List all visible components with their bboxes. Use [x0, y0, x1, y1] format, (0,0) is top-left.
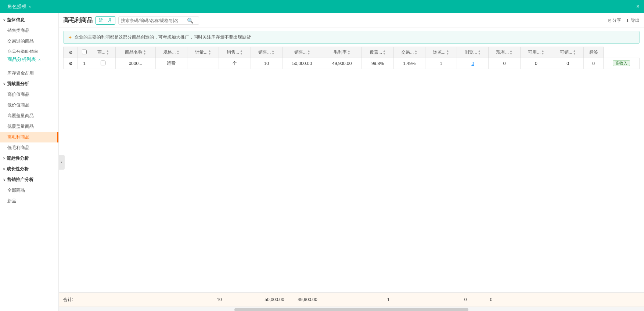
- tab-close-icon[interactable]: ×: [29, 44, 31, 48]
- sidebar-item-低价值商品[interactable]: 低价值商品: [0, 100, 58, 111]
- sort-arrows-icon: ▲▼: [348, 50, 350, 55]
- col-header-checkbox: [78, 47, 91, 58]
- table-body: ⚙10000...运费个1050,000.0049,900.0099.8%1.4…: [64, 58, 640, 69]
- window-close-button[interactable]: ×: [636, 3, 640, 10]
- col-sort-current_stock: 现有...▲▼: [496, 49, 512, 55]
- col-header-spec[interactable]: 规格...▲▼: [155, 47, 187, 58]
- section-label: 成长性分析: [7, 166, 29, 172]
- sidebar-item-低覆盖量商品[interactable]: 低覆盖量商品: [0, 121, 58, 132]
- col-header-gross_margin[interactable]: 毛利率▲▼: [322, 47, 362, 58]
- expand-arrow-icon: >: [3, 167, 5, 171]
- col-header-coverage[interactable]: 覆盖...▲▼: [362, 47, 393, 58]
- date-filter-button[interactable]: 近一月: [96, 16, 115, 25]
- cell-transactions: 1: [425, 58, 457, 69]
- footer-total: 合计: 1050,000.0049,900.00100: [59, 292, 644, 307]
- col-sort-unit: 计量...▲▼: [195, 49, 211, 55]
- cell-browse1[interactable]: 0: [457, 58, 489, 69]
- content-header: 高毛利商品 近一月 🔍 ⎘ 分享 ⬇ 导出: [59, 13, 644, 28]
- sidebar-item-高覆盖量商品[interactable]: 高覆盖量商品: [0, 111, 58, 121]
- tab-close-icon[interactable]: ×: [29, 4, 31, 9]
- cell-unit: 个: [219, 58, 251, 69]
- col-header-browse1[interactable]: 浏览...▲▼: [425, 47, 457, 58]
- info-icon: ✦: [68, 35, 72, 40]
- nav-tab-商品分析列表[interactable]: 商品分析列表×: [3, 53, 45, 66]
- sort-arrows-icon: ▲▼: [478, 50, 481, 55]
- col-header-unit[interactable]: 计量...▲▼: [187, 47, 219, 58]
- nav-tab-产成品入库单[interactable]: 产成品入库单×: [3, 13, 45, 26]
- col-header-saleable[interactable]: 可销...▲▼: [552, 47, 583, 58]
- tab-close-icon[interactable]: ×: [38, 57, 40, 62]
- footer-cell-9: [324, 297, 350, 302]
- sidebar-item-新品[interactable]: 新品: [0, 196, 58, 206]
- tab-close-icon[interactable]: ×: [38, 31, 40, 35]
- expand-arrow-icon: ∨: [3, 178, 6, 182]
- col-header-sales_qty[interactable]: 销售...▲▼: [219, 47, 251, 58]
- col-header-available[interactable]: 可用...▲▼: [520, 47, 552, 58]
- sort-arrows-icon: ▲▼: [143, 50, 146, 55]
- col-header-name[interactable]: 商品名称▲▼: [115, 47, 155, 58]
- bottom-scrollbar[interactable]: [59, 307, 644, 311]
- export-button[interactable]: ⬇ 导出: [626, 17, 640, 23]
- search-icon[interactable]: 🔍: [187, 18, 193, 23]
- footer-cell-10: [350, 297, 375, 302]
- sidebar-item-高毛利商品[interactable]: 高毛利商品: [0, 132, 58, 142]
- nav-tab-角色授权[interactable]: 角色授权×: [3, 0, 45, 13]
- sidebar-section-流趋性分析[interactable]: >流趋性分析: [0, 153, 58, 164]
- cell-available: 0: [552, 58, 583, 69]
- cell-checkbox[interactable]: [91, 58, 115, 69]
- col-sort-sales_cost: 销售...▲▼: [294, 49, 310, 55]
- select-all-checkbox[interactable]: [82, 50, 87, 54]
- col-header-browse2[interactable]: 浏览...▲▼: [457, 47, 489, 58]
- col-header-sales_amount[interactable]: 销售...▲▼: [251, 47, 282, 58]
- sidebar-item-高价值商品[interactable]: 高价值商品: [0, 89, 58, 100]
- cell-name: 运费: [155, 58, 187, 69]
- col-header-current_stock[interactable]: 现有...▲▼: [489, 47, 520, 58]
- footer-cell-2: [126, 297, 148, 302]
- sidebar-item-低毛利商品[interactable]: 低毛利商品: [0, 142, 58, 153]
- scrollbar-thumb[interactable]: [234, 308, 468, 311]
- col-sort-gross_margin: 毛利率▲▼: [334, 49, 350, 55]
- search-input[interactable]: [121, 18, 187, 23]
- cell-tag: 高收入: [604, 58, 640, 69]
- col-sort-code: 商...▲▼: [97, 49, 109, 55]
- footer-cell-5: 10: [206, 297, 232, 302]
- footer-cell-8: 49,900.00: [291, 297, 324, 302]
- col-header-code[interactable]: 商...▲▼: [91, 47, 115, 58]
- total-values: 1050,000.0049,900.00100: [93, 297, 640, 302]
- nav-tab-商品分析[interactable]: 商品分析×: [3, 40, 45, 53]
- gear-icon[interactable]: ⚙: [69, 61, 73, 66]
- data-table: ⚙商...▲▼商品名称▲▼规格...▲▼计量...▲▼销售...▲▼销售...▲…: [63, 47, 640, 69]
- cell-spec: [187, 58, 219, 69]
- info-text: 企业的主要的利润都是这部分商品创造的，可考虑加大推广，同时关注库存量不要出现缺货: [75, 34, 251, 40]
- sidebar-section-成长性分析[interactable]: >成长性分析: [0, 164, 58, 174]
- footer-cell-13: [427, 297, 453, 302]
- browse1-link[interactable]: 0: [471, 61, 474, 66]
- sidebar-item-全部商品[interactable]: 全部商品: [0, 185, 58, 196]
- table-header: ⚙商...▲▼商品名称▲▼规格...▲▼计量...▲▼销售...▲▼销售...▲…: [64, 47, 640, 58]
- share-button[interactable]: ⎘ 分享: [608, 17, 621, 23]
- col-sort-name: 商品名称▲▼: [125, 49, 146, 55]
- footer-cell-0: [93, 297, 115, 302]
- sidebar-section-贡献量分析[interactable]: ∨贡献量分析: [0, 79, 58, 89]
- sort-arrows-icon: ▲▼: [414, 50, 417, 55]
- footer-cell-14: 0: [453, 297, 478, 302]
- footer-cell-12: [401, 297, 427, 302]
- page-title: 高毛利商品: [63, 17, 93, 24]
- sidebar-item-库存资金占用[interactable]: 库存资金占用: [0, 68, 58, 79]
- nav-tabs: 首页销售单×进货单×权限设置×角色授权×产成品入库单×单据模板设置×商品分析×商…: [3, 0, 45, 66]
- section-label: 贡献量分析: [7, 81, 29, 87]
- top-navigation: 首页销售单×进货单×权限设置×角色授权×产成品入库单×单据模板设置×商品分析×商…: [0, 0, 644, 13]
- tab-close-icon[interactable]: ×: [38, 18, 40, 22]
- footer-cell-11: 1: [375, 297, 401, 302]
- sidebar-section-营销推广分析[interactable]: ∨营销推广分析: [0, 174, 58, 185]
- row-settings[interactable]: ⚙: [64, 58, 78, 69]
- col-header-transactions[interactable]: 交易...▲▼: [393, 47, 425, 58]
- footer-cell-15: 0: [478, 297, 504, 302]
- settings-column-header[interactable]: ⚙: [64, 47, 78, 58]
- col-sort-available: 可用...▲▼: [528, 49, 544, 55]
- content-area: ‹ 高毛利商品 近一月 🔍 ⎘ 分享 ⬇ 导出 ✦ 企: [59, 13, 644, 311]
- nav-tab-单据模板设置[interactable]: 单据模板设置×: [3, 26, 45, 40]
- col-header-sales_cost[interactable]: 销售...▲▼: [282, 47, 322, 58]
- expand-arrow-icon: >: [3, 156, 5, 160]
- sidebar-collapse-button[interactable]: ‹: [59, 155, 65, 170]
